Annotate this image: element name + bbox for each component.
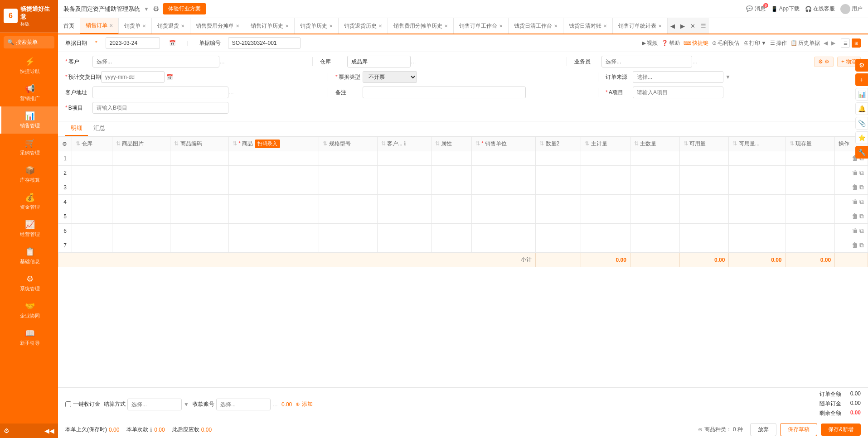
delete-row-5-button[interactable]: 🗑	[852, 212, 858, 220]
address-dots-button[interactable]: …	[228, 89, 234, 96]
tab-order-workbench[interactable]: 销售订单工作台 ✕	[454, 18, 509, 34]
settings-panel-button[interactable]: ⚙	[855, 59, 868, 72]
calendar-icon[interactable]: 📅	[169, 40, 176, 46]
th-settings[interactable]: ⚙	[58, 137, 72, 151]
panel-btn-5[interactable]: 🔧	[855, 146, 868, 159]
search-menu-button[interactable]: 🔍 搜索菜单	[4, 36, 54, 48]
industry-solution-button[interactable]: 体验行业方案	[163, 3, 206, 14]
nav-next-doc-icon[interactable]: ▶	[831, 40, 835, 46]
close-order-workbench-icon[interactable]: ✕	[499, 24, 503, 29]
profit-link[interactable]: ⊙ 毛利预估	[712, 39, 739, 47]
close-invoice-history-icon[interactable]: ✕	[329, 24, 333, 29]
copy-row-3-button[interactable]: ⧉	[859, 183, 864, 191]
staff-dots-button[interactable]: …	[692, 58, 698, 65]
panel-btn-1[interactable]: 📊	[855, 88, 868, 101]
app-download-link[interactable]: 📱 App下载	[771, 5, 800, 13]
close-daily-reconcile-icon[interactable]: ✕	[603, 24, 607, 29]
tab-detail[interactable]: 明细	[65, 121, 88, 136]
address-input[interactable]	[92, 87, 228, 98]
sidebar-item-quick-nav[interactable]: ⚡ 快捷导航	[0, 52, 58, 79]
sidebar-item-sales[interactable]: 📊 销售管理	[0, 106, 58, 134]
sidebar-item-finance[interactable]: 💰 资金管理	[0, 188, 58, 215]
sidebar-item-cooperation[interactable]: 🤝 企业协同	[0, 297, 58, 324]
save-draft-button[interactable]: 保存草稿	[780, 423, 817, 436]
tab-summary[interactable]: 汇总	[88, 121, 111, 136]
tab-home[interactable]: 首页	[58, 18, 80, 34]
delete-row-4-button[interactable]: 🗑	[852, 198, 858, 205]
delivery-input[interactable]	[101, 71, 165, 83]
project-a-input[interactable]	[633, 87, 723, 98]
save-new-button[interactable]: 保存&新增	[821, 424, 861, 436]
warehouse-input[interactable]	[347, 56, 411, 67]
doc-num-input[interactable]	[228, 37, 301, 49]
operation-link[interactable]: ☰ 操作	[770, 39, 787, 47]
tab-order-stats[interactable]: 销售订单统计表 ✕	[613, 18, 668, 34]
customer-input[interactable]	[92, 56, 219, 67]
staff-input[interactable]	[601, 56, 692, 67]
close-expense-split-icon[interactable]: ✕	[236, 24, 239, 29]
close-order-history-icon[interactable]: ✕	[285, 24, 289, 29]
copy-row-7-button[interactable]: ⧉	[859, 241, 864, 249]
close-order-stats-icon[interactable]: ✕	[658, 24, 662, 29]
view-link[interactable]: ▶ 视频	[642, 39, 658, 47]
close-sales-order-icon[interactable]: ✕	[109, 23, 113, 28]
tab-expense-history[interactable]: 销售费用分摊单历史 ✕	[388, 18, 454, 34]
settings-button[interactable]: ⚙ ⚙	[814, 57, 834, 67]
help-link[interactable]: ❓ 帮助	[661, 39, 680, 47]
copy-row-6-button[interactable]: ⧉	[859, 227, 864, 235]
tab-daily-workbench[interactable]: 钱货日清工作台 ✕	[509, 18, 563, 34]
customer-dots-button[interactable]: …	[219, 58, 225, 65]
discard-button[interactable]: 放弃	[750, 423, 776, 436]
tab-daily-reconcile[interactable]: 钱货日清对账 ✕	[563, 18, 613, 34]
tab-nav-prev-button[interactable]: ◀	[668, 18, 678, 34]
logistics-panel-button[interactable]: +	[855, 73, 868, 86]
table-container[interactable]: ⚙ ⇅ 仓库 ⇅ 商品图片 ⇅ 商品编码	[58, 136, 868, 387]
close-daily-workbench-icon[interactable]: ✕	[554, 24, 558, 29]
delete-row-7-button[interactable]: 🗑	[852, 241, 858, 249]
order-source-input[interactable]	[633, 71, 723, 83]
scan-button[interactable]: 扫码录入	[255, 140, 280, 148]
nav-prev-doc-icon[interactable]: ◀	[824, 40, 828, 46]
history-link[interactable]: 📋 历史单据	[790, 39, 820, 47]
project-b-input[interactable]	[92, 102, 228, 114]
sidebar-item-guide[interactable]: 📖 新手引导	[0, 324, 58, 351]
copy-row-2-button[interactable]: ⧉	[859, 169, 864, 177]
sidebar-item-purchase[interactable]: 🛒 采购管理	[0, 134, 58, 161]
close-return-history-icon[interactable]: ✕	[378, 24, 382, 29]
tab-close-all-button[interactable]: ✕	[688, 18, 698, 34]
close-sales-return-icon[interactable]: ✕	[181, 24, 184, 29]
account-dots-button[interactable]: …	[272, 401, 278, 408]
sidebar-item-inventory[interactable]: 📦 库存核算	[0, 161, 58, 188]
account-input[interactable]	[216, 399, 271, 410]
sidebar-item-basic-info[interactable]: 📋 基础信息	[0, 242, 58, 270]
tab-menu-button[interactable]: ☰	[698, 18, 709, 34]
close-expense-history-icon[interactable]: ✕	[444, 24, 448, 29]
sidebar-item-marketing[interactable]: 📢 营销推广	[0, 79, 58, 106]
panel-btn-4[interactable]: ⭐	[855, 131, 868, 144]
tab-return-history[interactable]: 销货退货历史 ✕	[339, 18, 388, 34]
settings-gear-icon[interactable]: ⚙	[4, 427, 10, 434]
sidebar-item-operations[interactable]: 📈 经营管理	[0, 215, 58, 242]
quick-settle-checkbox[interactable]	[65, 401, 71, 407]
shortcut-link[interactable]: ⌨ 快捷键	[684, 39, 708, 47]
collapse-icon[interactable]: ◀◀	[44, 427, 54, 434]
date-input[interactable]	[106, 37, 160, 49]
tab-sales-return[interactable]: 销货退货 ✕	[152, 18, 190, 34]
grid-view-button[interactable]: ⊞	[852, 39, 861, 48]
tab-sales-order[interactable]: 销售订单 ✕	[80, 18, 119, 34]
panel-btn-3[interactable]: 📎	[855, 117, 868, 130]
settings-icon[interactable]: ⚙	[153, 5, 159, 13]
tab-invoice-history[interactable]: 销货单历史 ✕	[295, 18, 339, 34]
delete-row-3-button[interactable]: 🗑	[852, 183, 858, 191]
invoice-select[interactable]: 不开票	[363, 71, 417, 83]
notification-area[interactable]: 💬 9 消息	[746, 5, 765, 13]
tab-order-history[interactable]: 销售订单历史 ✕	[245, 18, 295, 34]
print-link[interactable]: 🖨 打印 ▼	[743, 39, 766, 47]
add-account-link[interactable]: ⊕ 添加	[296, 400, 312, 408]
sidebar-item-system[interactable]: ⚙ 系统管理	[0, 270, 58, 297]
user-area[interactable]: 用户	[840, 4, 863, 14]
online-service-link[interactable]: 🎧 在线客服	[805, 5, 835, 13]
settle-method-input[interactable]	[127, 399, 182, 410]
warehouse-dots-button[interactable]: …	[411, 58, 416, 65]
tab-sales-invoice[interactable]: 销货单 ✕	[119, 18, 152, 34]
